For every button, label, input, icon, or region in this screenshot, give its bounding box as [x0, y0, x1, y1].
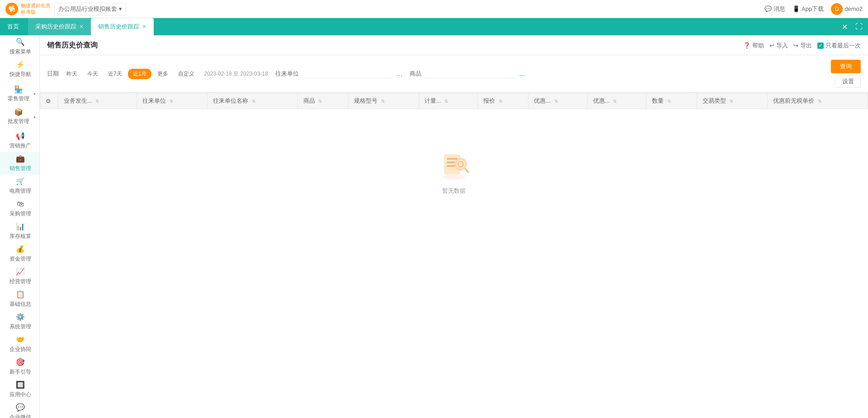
- sidebar-item-enterprise-wechat[interactable]: 💬 企业微信: [0, 401, 39, 418]
- basic-info-icon: 📋: [16, 290, 25, 299]
- main-layout: 🔍 搜索菜单 ⚡ 快捷导航 🏪 零售管理 ▾ 📦 批发管理 ▴ 📢 营销推广: [0, 35, 868, 418]
- sort-icon: ⇅: [95, 99, 99, 104]
- th-partner-code[interactable]: 往来单位 ⇅: [137, 93, 208, 109]
- svg-rect-4: [447, 165, 456, 167]
- filter-bar: 日期 昨天 今天 近7天 近1月 更多 自定义 2023-02-18 至 202…: [40, 55, 868, 93]
- top-bar-left: 畅 畅捷通好生意 标准版 办公用品行业模拟账套 ▾: [5, 3, 126, 15]
- tab-sales-history-close[interactable]: ✕: [142, 24, 146, 30]
- th-pre-tax-price[interactable]: 优惠前无税单价 ⇅: [768, 93, 868, 109]
- date-btn-last1m[interactable]: 近1月: [128, 69, 152, 79]
- query-button[interactable]: 查询: [831, 60, 861, 73]
- tab-purchase-history[interactable]: 采购历史价跟踪 ✕: [28, 18, 91, 35]
- settings-button[interactable]: 设置: [835, 75, 861, 88]
- page-title-row: 销售历史价查询 ❓ 帮助 ↩ 导入 ↪ 导出 ✓: [47, 41, 861, 50]
- sort-icon: ⇅: [613, 99, 617, 104]
- empty-text: 暂无数据: [442, 187, 466, 195]
- date-buttons: 昨天 今天 近7天 近1月 更多 自定义: [62, 69, 198, 79]
- partner-picker-button[interactable]: ...: [396, 70, 402, 78]
- help-button[interactable]: ❓ 帮助: [743, 42, 764, 50]
- date-btn-more[interactable]: 更多: [153, 69, 172, 79]
- table-header: ⚙ 业务发生... ⇅ 往来单位 ⇅ 往来单位名称 ⇅: [40, 93, 868, 109]
- th-biz-date[interactable]: 业务发生... ⇅: [58, 93, 137, 109]
- sidebar-item-retail-mgmt[interactable]: 🏪 零售管理 ▾: [0, 82, 39, 105]
- svg-point-0: [443, 174, 465, 180]
- only-last-checkbox[interactable]: ✓ 只看最后一次: [817, 42, 861, 50]
- export-button[interactable]: ↪ 导出: [793, 42, 812, 50]
- sidebar-item-new-guide[interactable]: 🎯 新手引导: [0, 356, 39, 378]
- content-area: 销售历史价查询 ❓ 帮助 ↩ 导入 ↪ 导出 ✓: [40, 35, 868, 418]
- sort-icon: ⇅: [252, 99, 255, 104]
- app-download-button[interactable]: 📱 App下载: [793, 5, 824, 13]
- th-discount1[interactable]: 优惠... ⇅: [528, 93, 587, 109]
- th-discount2[interactable]: 优惠... ⇅: [587, 93, 646, 109]
- th-quantity[interactable]: 数量 ⇅: [646, 93, 697, 109]
- retail-icon: 🏪: [14, 85, 23, 94]
- date-btn-custom[interactable]: 自定义: [174, 69, 198, 79]
- sidebar-item-wholesale-mgmt[interactable]: 📦 批发管理 ▴: [0, 105, 39, 128]
- th-unit[interactable]: 计量... ⇅: [419, 93, 477, 109]
- sort-icon: ⇅: [818, 99, 821, 104]
- date-btn-last7[interactable]: 近7天: [104, 69, 126, 79]
- download-icon: 📱: [793, 5, 800, 12]
- marketing-icon: 📢: [16, 132, 25, 140]
- sidebar-item-search-menu[interactable]: 🔍 搜索菜单: [0, 35, 39, 58]
- date-btn-yesterday[interactable]: 昨天: [62, 69, 81, 79]
- th-trade-type[interactable]: 交易类型 ⇅: [697, 93, 768, 109]
- empty-icon: [436, 145, 472, 181]
- tab-bar: 首页 采购历史价跟踪 ✕ 销售历史价跟踪 ✕ ✕ ⛶: [0, 18, 868, 35]
- tab-sales-history[interactable]: 销售历史价跟踪 ✕: [91, 18, 154, 35]
- sidebar-item-finance-mgmt[interactable]: 💰 资金管理: [0, 242, 39, 265]
- close-window-button[interactable]: ✕: [839, 21, 850, 32]
- search-icon: 🔍: [16, 38, 25, 46]
- filter-btn-group: 查询 设置: [831, 60, 861, 88]
- product-input[interactable]: [425, 69, 515, 78]
- th-spec[interactable]: 规格型号 ⇅: [348, 93, 419, 109]
- purchase-icon: 🛍: [17, 200, 24, 208]
- sidebar-item-marketing[interactable]: 📢 营销推广: [0, 129, 39, 152]
- date-btn-today[interactable]: 今天: [83, 69, 102, 79]
- chevron-up-icon: ▴: [33, 114, 36, 119]
- sidebar-item-purchase-mgmt[interactable]: 🛍 采购管理: [0, 197, 39, 220]
- maximize-window-button[interactable]: ⛶: [854, 21, 864, 32]
- product-filter-group: 商品 ...: [410, 69, 525, 78]
- app-center-icon: 🔲: [16, 380, 25, 389]
- sidebar-item-enterprise-collab[interactable]: 🤝 企业协同: [0, 333, 39, 356]
- th-product[interactable]: 商品 ⇅: [297, 93, 348, 109]
- chevron-down-icon: ▾: [33, 91, 36, 96]
- sidebar-item-operations-mgmt[interactable]: 📈 经营管理: [0, 265, 39, 288]
- sidebar-item-basic-info[interactable]: 📋 基础信息: [0, 288, 39, 310]
- sidebar-item-sales-mgmt[interactable]: 💼 销售管理: [0, 152, 39, 175]
- tab-home[interactable]: 首页: [0, 18, 26, 35]
- settings-icon[interactable]: ⚙: [46, 98, 51, 104]
- sidebar-item-quick-nav[interactable]: ⚡ 快捷导航: [0, 58, 39, 81]
- product-picker-button[interactable]: ...: [519, 70, 525, 78]
- sidebar-item-system-mgmt[interactable]: ⚙️ 系统管理: [0, 310, 39, 333]
- import-button[interactable]: ↩ 导入: [769, 42, 788, 50]
- top-bar-right: 💬 消息 📱 App下载 D demo2: [764, 3, 863, 15]
- th-partner-name[interactable]: 往来单位名称 ⇅: [208, 93, 298, 109]
- tab-purchase-history-close[interactable]: ✕: [79, 24, 84, 30]
- sidebar-item-app-center[interactable]: 🔲 应用中心: [0, 378, 39, 401]
- svg-line-7: [465, 169, 468, 172]
- svg-rect-3: [447, 162, 455, 163]
- product-label: 商品: [410, 70, 421, 78]
- sort-icon: ⇅: [381, 99, 385, 104]
- th-quoted-price[interactable]: 报价 ⇅: [478, 93, 528, 109]
- user-profile[interactable]: D demo2: [831, 3, 863, 15]
- th-settings[interactable]: ⚙: [40, 93, 58, 109]
- wholesale-icon: 📦: [14, 108, 23, 116]
- sales-icon: 💼: [16, 154, 25, 163]
- message-button[interactable]: 💬 消息: [764, 5, 785, 13]
- avatar: D: [831, 3, 843, 15]
- logo-icon: 畅: [5, 3, 18, 15]
- svg-rect-2: [447, 158, 458, 160]
- partner-input[interactable]: [302, 69, 393, 78]
- sort-icon: ⇅: [318, 99, 322, 104]
- app-selector[interactable]: 办公用品行业模拟账套 ▾: [54, 3, 126, 15]
- import-icon: ↩: [769, 42, 774, 49]
- chevron-down-icon: ▾: [119, 5, 122, 12]
- sort-icon: ⇅: [554, 99, 558, 104]
- sidebar-item-inventory[interactable]: 📊 库存核算: [0, 220, 39, 242]
- sidebar-item-ecommerce-mgmt[interactable]: 🛒 电商管理: [0, 175, 39, 197]
- tab-bar-right: ✕ ⛶: [839, 21, 868, 32]
